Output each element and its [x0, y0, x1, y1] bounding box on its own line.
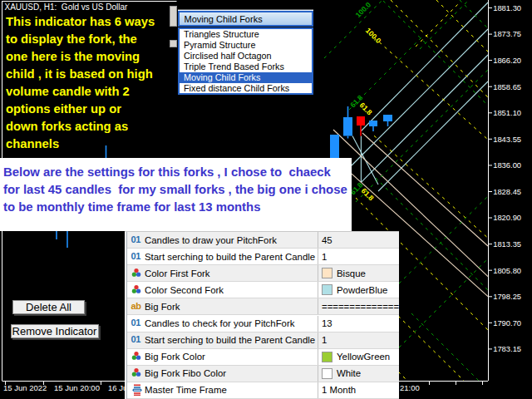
- svg-text:61.8: 61.8: [358, 101, 374, 116]
- svg-text:21:00: 21:00: [400, 383, 420, 392]
- svg-text:15 Jun 2022: 15 Jun 2022: [3, 383, 47, 392]
- svg-text:61.8: 61.8: [360, 186, 376, 202]
- svg-text:100.0: 100.0: [354, 0, 373, 19]
- svg-text:1851.10: 1851.10: [493, 108, 521, 117]
- svg-text:1866.20: 1866.20: [493, 56, 521, 65]
- svg-text:1836.00: 1836.00: [493, 160, 521, 170]
- svg-text:1783.15: 1783.15: [493, 344, 521, 353]
- svg-text:1873.75: 1873.75: [493, 29, 521, 38]
- svg-text:1805.80: 1805.80: [493, 266, 521, 275]
- svg-text:1790.70: 1790.70: [493, 318, 521, 328]
- svg-text:1813.35: 1813.35: [493, 239, 521, 249]
- svg-text:1858.65: 1858.65: [493, 82, 521, 91]
- svg-text:1843.55: 1843.55: [493, 135, 521, 144]
- svg-text:1798.25: 1798.25: [493, 292, 521, 301]
- svg-text:15 Jun 20:00: 15 Jun 20:00: [54, 383, 100, 392]
- svg-text:1828.45: 1828.45: [493, 187, 521, 196]
- svg-text:1881.30: 1881.30: [493, 3, 521, 12]
- svg-text:1820.90: 1820.90: [493, 213, 521, 222]
